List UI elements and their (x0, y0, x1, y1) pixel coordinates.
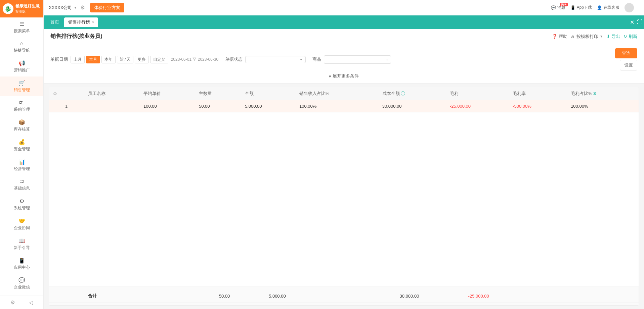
footer-collapse-btn[interactable]: ◁ (29, 299, 33, 306)
refresh-icon: ↻ (624, 34, 627, 39)
th-settings[interactable]: ⚙ (49, 87, 61, 100)
sidebar-item-guide[interactable]: 📖 新手引导 (0, 234, 43, 254)
sidebar-item-system[interactable]: ⚙ 系统管理 (0, 195, 43, 214)
date-7days-btn[interactable]: 近7天 (117, 56, 133, 63)
date-filter: 单据日期 上月 本月 本年 近7天 更多 自定义 2023-06-01 至 20… (50, 56, 218, 63)
collab-icon: 🤝 (18, 218, 25, 224)
inventory-icon: 📦 (18, 119, 25, 125)
company-selector[interactable]: XXXXX公司 ▼ (49, 5, 77, 11)
message-badge: 99+ (560, 3, 568, 6)
avatar[interactable] (625, 3, 634, 12)
app-logo: 🐉 畅康通好生意 标准版 (0, 0, 43, 17)
sidebar-item-sales[interactable]: 🛒 销售管理 (0, 76, 43, 96)
footer-td-avg (159, 290, 215, 303)
page-header: 销售排行榜(按业务员) ❓ 帮助 🖨 按模板打印 ▼ ⬇ 导出 ↻ 刷新 (44, 29, 644, 44)
sidebar-label-purchase: 采购管理 (14, 107, 30, 112)
footer-td-cost: 30,000.00 (396, 290, 464, 303)
status-filter: 单据状态 ▼ (225, 56, 306, 63)
logo-text: 畅康通好生意 (15, 4, 40, 9)
th-cost: 成本全额 ⓘ (378, 87, 446, 100)
topbar-right: 💬 消息 99+ 📱 App下载 👤 在线客服 (551, 3, 639, 12)
sidebar-item-operations[interactable]: 📊 经营管理 (0, 155, 43, 175)
filter-area: 单据日期 上月 本月 本年 近7天 更多 自定义 2023-06-01 至 20… (44, 44, 644, 84)
date-buttons: 上月 本月 本年 近7天 更多 自定义 (71, 56, 168, 63)
topbar-gear-icon[interactable]: ⚙ (80, 4, 85, 11)
footer-td-gross-rate (526, 290, 583, 303)
goods-input[interactable]: ··· (324, 55, 391, 64)
table-empty-space (49, 112, 639, 287)
tabbar-actions: ✕ ⛶ (630, 19, 642, 25)
app-icon: 📱 (570, 5, 575, 10)
expand-more-btn[interactable]: ▾ 展开更多条件 (50, 73, 637, 79)
service-btn[interactable]: 👤 在线客服 (597, 5, 619, 10)
date-range-text: 2023-06-01 至 2023-06-30 (171, 57, 218, 62)
setting-button[interactable]: 设置 (620, 60, 637, 70)
sidebar-item-purchase[interactable]: 🛍 采购管理 (0, 96, 43, 116)
sidebar-item-inventory[interactable]: 📦 库存核算 (0, 116, 43, 136)
sidebar-item-finance[interactable]: 💰 资金管理 (0, 136, 43, 155)
sidebar-label-finance: 资金管理 (14, 146, 30, 152)
sidebar-item-appcenter[interactable]: 📱 应用中心 (0, 254, 43, 274)
th-sales-pct: 销售收入占比% (295, 87, 378, 100)
trial-button[interactable]: 体验行业方案 (90, 3, 124, 12)
td-settings (49, 100, 61, 112)
query-button[interactable]: 查询 (615, 48, 637, 58)
print-button[interactable]: 🖨 按模板打印 ▼ (571, 34, 603, 40)
app-label: App下载 (577, 5, 592, 10)
purchase-icon: 🛍 (19, 100, 25, 106)
tab-home[interactable]: 首页 (45, 15, 64, 29)
sidebar: 🐉 畅康通好生意 标准版 ☰ 搜索菜单 ⌂ 快捷导航 📢 营销推广 🛒 销售管理… (0, 0, 44, 309)
footer-settings-btn[interactable]: ⚙ (10, 299, 15, 306)
tab-sales-ranking[interactable]: 销售排行榜 × (64, 17, 98, 27)
export-button[interactable]: ⬇ 导出 (606, 34, 620, 40)
operations-icon: 📊 (18, 159, 25, 165)
date-custom-btn[interactable]: 自定义 (150, 56, 168, 63)
status-select-arrow-icon: ▼ (299, 58, 303, 61)
td-rank: 1 (61, 100, 84, 112)
message-btn[interactable]: 💬 消息 99+ (551, 5, 565, 10)
logo-sub: 标准版 (15, 9, 40, 14)
th-gross-rate: 毛利率 (509, 87, 567, 100)
sidebar-item-basics[interactable]: 🗂 基础信息 (0, 175, 43, 195)
date-this-month-btn[interactable]: 本月 (86, 56, 100, 63)
service-icon: 👤 (597, 5, 602, 10)
date-more-btn[interactable]: 更多 (135, 56, 149, 63)
sidebar-label-wechat: 企业微信 (14, 285, 30, 290)
footer-label: 合计 (88, 293, 97, 298)
date-this-year-btn[interactable]: 本年 (101, 56, 116, 63)
status-select[interactable]: ▼ (245, 56, 306, 63)
table-wrapper: ⚙ 员工名称 平均单价 主数量 全额 销售收入占比% 成本全额 ⓘ 毛利 (49, 87, 639, 306)
app-download-btn[interactable]: 📱 App下载 (570, 5, 592, 10)
sidebar-item-wechat[interactable]: 💬 企业微信 (0, 274, 43, 294)
td-name (84, 100, 139, 112)
maximize-icon[interactable]: ⛶ (637, 19, 642, 25)
date-last-month-btn[interactable]: 上月 (71, 56, 85, 63)
data-table: ⚙ 员工名称 平均单价 主数量 全额 销售收入占比% 成本全额 ⓘ 毛利 (49, 87, 639, 112)
filter-btns: 查询 设置 (615, 48, 637, 70)
close-window-icon[interactable]: ✕ (630, 19, 634, 25)
help-label: 帮助 (559, 34, 567, 40)
refresh-button[interactable]: ↻ 刷新 (624, 34, 637, 40)
sidebar-item-quicknav[interactable]: ⌂ 快捷导航 (0, 37, 43, 57)
logo-icon: 🐉 (3, 3, 13, 14)
sidebar-item-marketing[interactable]: 📢 营销推广 (0, 57, 43, 76)
export-icon: ⬇ (606, 34, 610, 39)
sidebar-label-collab: 企业协同 (14, 225, 30, 231)
table-row: 1 100.00 50.00 5,000.00 100.00% 30,000.0… (49, 100, 639, 112)
print-arrow-icon: ▼ (600, 35, 603, 38)
th-avg-price: 平均单价 (139, 87, 195, 100)
footer-td-amount: 5,000.00 (265, 290, 327, 303)
sidebar-label-marketing: 营销推广 (14, 67, 30, 73)
sidebar-item-search[interactable]: ☰ 搜索菜单 (0, 17, 43, 37)
sidebar-item-collab[interactable]: 🤝 企业协同 (0, 214, 43, 234)
expand-label: 展开更多条件 (333, 73, 359, 79)
company-arrow-icon: ▼ (74, 6, 77, 9)
marketing-icon: 📢 (18, 60, 25, 66)
tab-close-icon[interactable]: × (92, 20, 94, 24)
goods-label: 商品 (312, 56, 321, 62)
column-settings-icon[interactable]: ⚙ (53, 91, 57, 96)
home-icon: ⌂ (20, 41, 24, 47)
export-label: 导出 (611, 34, 620, 40)
td-gross-pct: 100.00% (567, 100, 639, 112)
help-button[interactable]: ❓ 帮助 (552, 34, 567, 40)
